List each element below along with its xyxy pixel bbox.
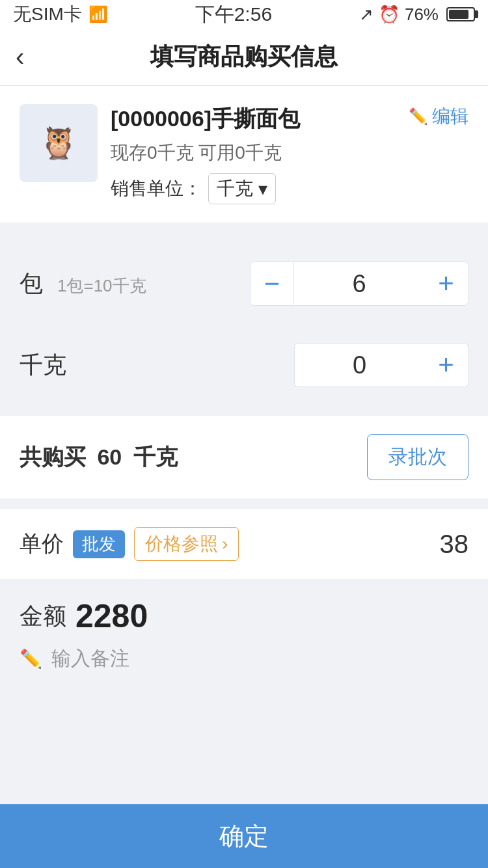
status-time: 下午2:56: [195, 1, 272, 28]
product-card: 🦉 [0000006]手撕面包 ✏️ 编辑 现存0千克 可用0千克 销售单位： …: [0, 86, 488, 223]
product-unit-row: 销售单位： 千克 ▾: [111, 173, 468, 204]
kg-increment-button[interactable]: +: [424, 343, 468, 387]
package-label: 包 1包=10千克: [20, 268, 250, 300]
amount-section: 金额 2280 ✏️ 输入备注: [0, 579, 488, 685]
kg-qty-row: 千克 +: [0, 325, 488, 405]
package-increment-button[interactable]: +: [424, 262, 468, 306]
amount-row: 金额 2280: [20, 597, 468, 635]
product-thumbnail: 🦉: [20, 104, 98, 182]
amount-value: 2280: [75, 597, 148, 635]
chevron-down-icon: ▾: [258, 178, 267, 200]
remark-row[interactable]: ✏️ 输入备注: [20, 645, 468, 672]
product-stock: 现存0千克 可用0千克: [111, 141, 468, 165]
price-value: 38: [440, 530, 469, 559]
confirm-button[interactable]: 确定: [0, 804, 488, 868]
product-info: [0000006]手撕面包 ✏️ 编辑 现存0千克 可用0千克 销售单位： 千克…: [111, 104, 468, 204]
price-ref-button[interactable]: 价格参照 ›: [134, 527, 239, 561]
product-logo: 🦉: [39, 125, 78, 161]
divider-3: [0, 498, 488, 509]
chevron-right-icon: ›: [222, 534, 228, 554]
package-qty-input[interactable]: [294, 262, 424, 306]
page-title: 填写商品购买信息: [150, 41, 338, 73]
package-sublabel: 1包=10千克: [57, 276, 146, 295]
price-section: 单价 批发 价格参照 › 38: [0, 509, 488, 579]
status-carrier: 无SIM卡 📶: [13, 2, 108, 27]
summary-row: 共购买 60 千克 录批次: [0, 416, 488, 498]
kg-qty-input[interactable]: [294, 343, 424, 387]
amount-label: 金额: [20, 601, 66, 632]
unit-selector[interactable]: 千克 ▾: [208, 173, 276, 204]
price-label: 单价: [20, 529, 64, 559]
edit-button[interactable]: ✏️ 编辑: [409, 104, 468, 129]
back-button[interactable]: ‹: [16, 42, 24, 72]
battery-icon: [446, 7, 475, 21]
status-bar: 无SIM卡 📶 下午2:56 ↗ ⏰ 76%: [0, 0, 488, 29]
alarm-icon: ⏰: [379, 5, 400, 25]
price-batch-tag: 批发: [73, 530, 125, 558]
location-icon: ↗: [359, 5, 373, 25]
kg-qty-controls: +: [294, 343, 468, 387]
pencil-icon: ✏️: [20, 648, 42, 670]
wifi-icon: 📶: [88, 5, 108, 23]
remark-placeholder: 输入备注: [51, 645, 129, 672]
package-qty-controls: − +: [250, 262, 468, 306]
product-name: [0000006]手撕面包: [111, 104, 300, 134]
package-qty-row: 包 1包=10千克 − +: [0, 243, 488, 325]
package-decrement-button[interactable]: −: [250, 262, 294, 306]
kg-label: 千克: [20, 349, 294, 381]
divider-1: [0, 233, 488, 243]
nav-bar: ‹ 填写商品购买信息: [0, 29, 488, 86]
divider-2: [0, 405, 488, 416]
status-right: ↗ ⏰ 76%: [359, 5, 475, 25]
edit-icon: ✏️: [409, 107, 428, 126]
record-batch-button[interactable]: 录批次: [367, 434, 468, 480]
summary-text: 共购买 60 千克: [20, 442, 367, 472]
